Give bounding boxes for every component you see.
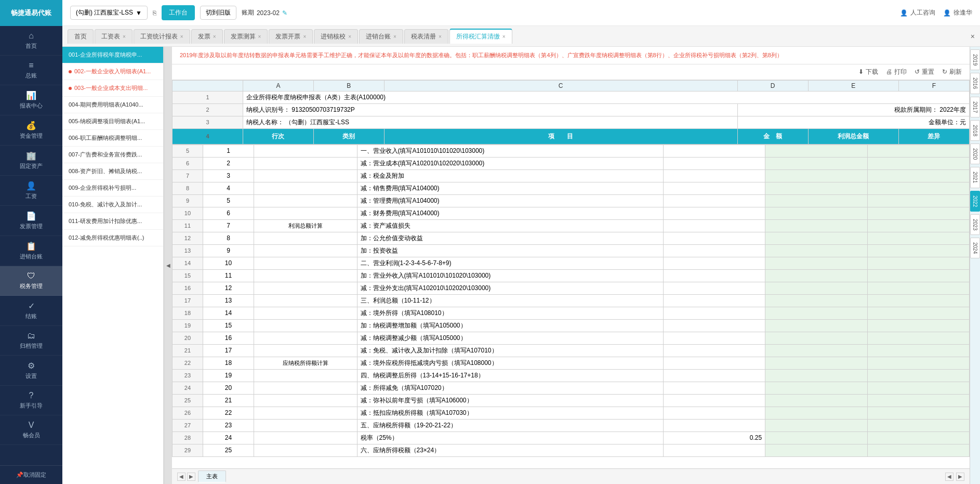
cell-diff-1[interactable] — [867, 157, 969, 169]
pin-button[interactable]: 📌 取消固定 — [0, 465, 62, 484]
print-button[interactable]: 🖨 打印 — [886, 68, 907, 76]
scroll-right-button[interactable]: ▶ — [956, 473, 964, 481]
cell-profit-17[interactable] — [765, 357, 867, 369]
tab-home[interactable]: 首页 — [68, 29, 94, 44]
cell-cat-1[interactable] — [254, 157, 357, 169]
sidebar-item-guide[interactable]: ? 新手引导 — [0, 386, 62, 415]
cell-item-18[interactable]: 四、纳税调整后所得（13-14+15-16-17+18） — [357, 369, 663, 382]
cell-diff-24[interactable] — [867, 444, 969, 456]
cell-diff-22[interactable] — [867, 419, 969, 431]
cell-item-1[interactable]: 减：营业成本(填写A102010\102020\103000) — [357, 157, 663, 169]
cell-amount-19[interactable] — [663, 382, 765, 394]
cell-cat-16[interactable] — [254, 344, 357, 357]
cell-amount-16[interactable] — [663, 344, 765, 357]
year-2017[interactable]: 2017 — [970, 97, 980, 117]
tab-income-tax-close[interactable]: × — [502, 34, 506, 40]
cell-amount-5[interactable] — [663, 207, 765, 219]
left-panel-item-011[interactable]: 011-研发费用加计扣除优惠... — [62, 213, 163, 230]
cell-cat-11[interactable] — [254, 282, 357, 294]
cell-profit-23[interactable] — [765, 431, 867, 444]
cell-line-18[interactable]: 19 — [203, 369, 254, 382]
tab-invoice-ledger[interactable]: 进销台账 × — [359, 29, 403, 44]
cell-profit-12[interactable] — [765, 294, 867, 307]
cell-item-11[interactable]: 减：营业外支出(填写A102010\102020\103000) — [357, 282, 663, 294]
cell-item-5[interactable]: 减：财务费用(填写A104000) — [357, 207, 663, 219]
close-all-button[interactable]: × — [971, 32, 975, 41]
cell-diff-14[interactable] — [867, 319, 969, 332]
sidebar-item-invoice[interactable]: 📄 发票管理 — [0, 206, 62, 236]
cell-diff-7[interactable] — [867, 232, 969, 244]
cell-profit-3[interactable] — [765, 182, 867, 194]
cell-diff-5[interactable] — [867, 207, 969, 219]
cell-item-4[interactable]: 减：管理费用(填写A104000) — [357, 194, 663, 207]
year-2022[interactable]: 2022 — [970, 191, 980, 212]
left-panel-item-002[interactable]: 002-一般企业收入明细表(A1... — [62, 63, 163, 80]
tab-invoice[interactable]: 发票 × — [191, 29, 223, 44]
cell-profit-20[interactable] — [765, 394, 867, 407]
company-selector[interactable]: (勾删) 江西服宝-LSS ▼ — [70, 6, 148, 20]
cell-line-2[interactable]: 3 — [203, 169, 254, 182]
left-panel-item-007[interactable]: 007-广告费和业务宣传费跌... — [62, 147, 163, 163]
cell-profit-18[interactable] — [765, 369, 867, 382]
cell-line-4[interactable]: 5 — [203, 194, 254, 207]
left-panel-item-003[interactable]: 003-一般企业成本支出明细... — [62, 80, 163, 97]
sidebar-item-member[interactable]: V 畅会员 — [0, 415, 62, 445]
cell-amount-11[interactable] — [663, 282, 765, 294]
sidebar-item-salary[interactable]: 👤 工资 — [0, 176, 62, 206]
cell-diff-18[interactable] — [867, 369, 969, 382]
sidebar-item-sales[interactable]: 📋 进销台账 — [0, 236, 62, 266]
cell-line-1[interactable]: 2 — [203, 157, 254, 169]
cell-profit-13[interactable] — [765, 307, 867, 319]
cell-cat-6[interactable]: 利润总额计算 — [254, 219, 357, 232]
cell-line-21[interactable]: 22 — [203, 407, 254, 419]
cell-cat-17[interactable]: 应纳税所得额计算 — [254, 357, 357, 369]
tab-invoice-ledger-close[interactable]: × — [393, 34, 396, 40]
year-2024[interactable]: 2024 — [970, 238, 980, 258]
tab-invoice-open-close[interactable]: × — [303, 34, 306, 40]
cell-cat-9[interactable] — [254, 257, 357, 269]
cell-profit-14[interactable] — [765, 319, 867, 332]
cell-cat-12[interactable] — [254, 294, 357, 307]
cell-amount-24[interactable] — [663, 444, 765, 456]
tab-invoice-calc[interactable]: 发票测算 × — [224, 29, 268, 44]
cell-cat-5[interactable] — [254, 207, 357, 219]
cell-amount-8[interactable] — [663, 244, 765, 257]
cell-line-24[interactable]: 25 — [203, 444, 254, 456]
cell-item-15[interactable]: 减：纳税调整减少额（填写A105000） — [357, 332, 663, 344]
cell-amount-10[interactable] — [663, 269, 765, 282]
year-2021[interactable]: 2021 — [970, 167, 980, 188]
cell-item-23[interactable]: 税率（25%） — [357, 431, 663, 444]
tab-salary-close[interactable]: × — [123, 34, 126, 40]
cell-amount-22[interactable] — [663, 419, 765, 431]
cell-item-14[interactable]: 加：纳税调整增加额（填写A105000） — [357, 319, 663, 332]
cell-line-10[interactable]: 11 — [203, 269, 254, 282]
tab-invoice-check-close[interactable]: × — [348, 34, 351, 40]
cell-cat-18[interactable] — [254, 369, 357, 382]
cell-amount-14[interactable] — [663, 319, 765, 332]
cell-cat-20[interactable] — [254, 394, 357, 407]
sidebar-item-archive[interactable]: 🗂 归档管理 — [0, 326, 62, 356]
copy-icon[interactable]: ⎘ — [153, 9, 156, 17]
period-edit-icon[interactable]: ✎ — [282, 9, 287, 17]
cell-diff-10[interactable] — [867, 269, 969, 282]
year-2023[interactable]: 2023 — [970, 214, 980, 235]
cell-item-24[interactable]: 六、应纳所得税额（23×24） — [357, 444, 663, 456]
left-panel-item-010[interactable]: 010-免税、减计收入及加计... — [62, 197, 163, 213]
cell-amount-17[interactable] — [663, 357, 765, 369]
cell-profit-15[interactable] — [765, 332, 867, 344]
sidebar-item-general[interactable]: ≡ 总账 — [0, 56, 62, 85]
cell-profit-7[interactable] — [765, 232, 867, 244]
left-panel-item-001[interactable]: 001-企业所得税年度纳税申... — [62, 47, 163, 63]
spreadsheet-container[interactable]: A B C D E F 1 企业所 — [172, 80, 970, 469]
collapse-panel-button[interactable]: ◀ — [164, 47, 172, 484]
cell-profit-24[interactable] — [765, 444, 867, 456]
cell-diff-2[interactable] — [867, 169, 969, 182]
cell-cat-14[interactable] — [254, 319, 357, 332]
cell-diff-11[interactable] — [867, 282, 969, 294]
cell-item-8[interactable]: 加：投资收益 — [357, 244, 663, 257]
tab-tax-clear[interactable]: 税表清册 × — [404, 29, 448, 44]
cell-item-21[interactable]: 减：抵扣应纳税所得额（填写A107030） — [357, 407, 663, 419]
cell-item-6[interactable]: 减：资产减值损失 — [357, 219, 663, 232]
cell-cat-10[interactable] — [254, 269, 357, 282]
cell-cat-21[interactable] — [254, 407, 357, 419]
